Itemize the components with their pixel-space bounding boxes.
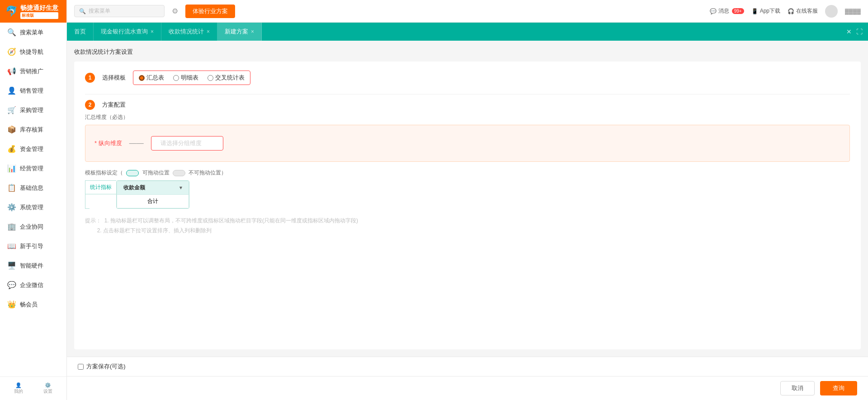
- sidebar-item-6[interactable]: 💰资金管理: [0, 139, 66, 159]
- sidebar-label-11: 新手引导: [20, 242, 43, 250]
- sidebar-icon-5: 📦: [7, 125, 16, 134]
- tab-actions: ✕ ⛶: [841, 23, 868, 41]
- sidebar-item-3[interactable]: 👤销售管理: [0, 81, 66, 100]
- tab-1[interactable]: 现金银行流水查询×: [94, 23, 161, 41]
- sidebar-icon-1: 🧭: [7, 47, 16, 56]
- top-header: 🔍 搜索菜单 ⚙ 体验行业方案 💬 消息 99+ 📱 App下载 🎧 在线客服 …: [67, 0, 868, 23]
- sidebar-logo: 🐬 畅捷通好生意 标准版: [0, 0, 66, 23]
- sidebar-label-2: 营销推广: [20, 67, 43, 75]
- sidebar-item-4[interactable]: 🛒采购管理: [0, 100, 66, 120]
- sidebar-bottom-settings[interactable]: ⚙️设置: [35, 382, 61, 395]
- download-btn[interactable]: 📱 App下载: [751, 7, 780, 15]
- save-label: 方案保存(可选): [86, 362, 126, 371]
- radio-huizong[interactable]: 汇总表: [139, 74, 164, 82]
- save-checkbox-label[interactable]: 方案保存(可选): [78, 362, 126, 371]
- sidebar: 🐬 畅捷通好生意 标准版 🔍搜索菜单🧭快捷导航📢营销推广👤销售管理🛒采购管理📦库…: [0, 0, 67, 400]
- content-area: 收款情况统计方案设置 1 选择模板 汇总表 明细表: [67, 41, 868, 357]
- sidebar-label-9: 系统管理: [20, 203, 43, 212]
- tab-close-2[interactable]: ×: [207, 28, 210, 35]
- message-badge: 99+: [732, 8, 744, 14]
- search-bar[interactable]: 🔍 搜索菜单: [74, 5, 165, 17]
- radio-mingxi-input[interactable]: [173, 75, 179, 81]
- sidebar-item-8[interactable]: 📋基础信息: [0, 178, 66, 198]
- username: ▓▓▓▓: [845, 8, 861, 14]
- tab-2[interactable]: 收款情况统计×: [161, 23, 217, 41]
- sidebar-icon-2: 📢: [7, 67, 16, 75]
- sidebar-label-1: 快捷导航: [20, 48, 43, 56]
- dimension-arrow: ——: [129, 139, 144, 147]
- metrics-cell: 合计: [117, 195, 189, 208]
- settings-icon[interactable]: ⚙: [172, 7, 178, 15]
- sidebar-label-7: 经营管理: [20, 165, 43, 173]
- sidebar-item-10[interactable]: 🏢企业协同: [0, 217, 66, 236]
- logo-text: 畅捷通好生意: [20, 4, 58, 12]
- sidebar-item-1[interactable]: 🧭快捷导航: [0, 42, 66, 61]
- sidebar-item-14[interactable]: 👑畅会员: [0, 295, 66, 314]
- tip-section: 提示： 1. 拖动标题栏可以调整布局，不可跨维度或指标区域拖动栏目字段(只能在同…: [85, 216, 850, 235]
- step1-badge: 1: [85, 73, 95, 83]
- support-btn[interactable]: 🎧 在线客服: [788, 7, 818, 15]
- radio-mingxi[interactable]: 明细表: [173, 74, 198, 82]
- radio-jiaocha-input[interactable]: [208, 75, 213, 81]
- sidebar-item-5[interactable]: 📦库存核算: [0, 120, 66, 139]
- radio-huizong-label: 汇总表: [146, 74, 164, 82]
- sidebar-item-13[interactable]: 💬企业微信: [0, 275, 66, 295]
- close-tab-icon[interactable]: ✕: [846, 28, 852, 35]
- avatar[interactable]: [825, 5, 838, 18]
- header-actions: 💬 消息 99+ 📱 App下载 🎧 在线客服 ▓▓▓▓: [710, 5, 861, 18]
- sidebar-label-14: 畅会员: [20, 301, 38, 309]
- step1-row: 1 选择模板 汇总表 明细表 交叉统计表: [85, 71, 850, 85]
- radio-jiaocha-label: 交叉统计表: [215, 74, 245, 82]
- cancel-button[interactable]: 取消: [780, 381, 815, 395]
- col-chevron[interactable]: ▾: [179, 185, 182, 191]
- tab-3[interactable]: 新建方案×: [217, 23, 262, 41]
- dimension-area: * 纵向维度 —— 请选择分组维度: [85, 125, 850, 162]
- tip2: 2. 点击标题栏下拉可设置排序、插入列和删除列: [85, 226, 850, 236]
- sidebar-item-11[interactable]: 📖新手引导: [0, 236, 66, 256]
- headset-icon: 🎧: [788, 8, 794, 14]
- logo-icon: 🐬: [5, 5, 18, 17]
- sidebar-item-2[interactable]: 📢营销推广: [0, 61, 66, 81]
- save-checkbox[interactable]: [78, 364, 84, 370]
- sidebar-label-6: 资金管理: [20, 145, 43, 153]
- tab-0[interactable]: 首页: [67, 23, 94, 41]
- metrics-table-area: 统计指标 收款金额 ▾: [85, 180, 850, 209]
- metrics-category-label: 统计指标: [85, 180, 116, 194]
- sidebar-item-0[interactable]: 🔍搜索菜单: [0, 23, 66, 42]
- tab-close-1[interactable]: ×: [151, 28, 154, 35]
- tip1: 提示： 1. 拖动标题栏可以调整布局，不可跨维度或指标区域拖动栏目字段(只能在同…: [85, 216, 850, 226]
- sidebar-label-13: 企业微信: [20, 281, 43, 289]
- messages-btn[interactable]: 💬 消息 99+: [710, 7, 744, 15]
- sidebar-icon-4: 🛒: [7, 106, 16, 114]
- vertical-label: * 纵向维度: [94, 139, 122, 147]
- sidebar-icon-3: 👤: [7, 86, 16, 95]
- maximize-icon[interactable]: ⛶: [856, 28, 863, 35]
- radio-huizong-input[interactable]: [139, 75, 145, 81]
- sidebar-icon-14: 👑: [7, 300, 16, 309]
- radio-jiaocha[interactable]: 交叉统计表: [208, 74, 245, 82]
- edition-badge: 标准版: [20, 12, 58, 19]
- tab-close-3[interactable]: ×: [251, 28, 254, 35]
- save-row: 方案保存(可选): [67, 357, 868, 376]
- main-area: 🔍 搜索菜单 ⚙ 体验行业方案 💬 消息 99+ 📱 App下载 🎧 在线客服 …: [67, 0, 868, 400]
- sidebar-label-0: 搜索菜单: [20, 28, 43, 37]
- sidebar-icon-12: 🖥️: [7, 261, 16, 270]
- sidebar-icon-8: 📋: [7, 184, 16, 192]
- download-icon: 📱: [751, 8, 758, 14]
- sidebar-label-4: 采购管理: [20, 106, 43, 114]
- sidebar-item-9[interactable]: ⚙️系统管理: [0, 198, 66, 217]
- sidebar-item-7[interactable]: 📊经营管理: [0, 159, 66, 178]
- sidebar-label-3: 销售管理: [20, 87, 43, 95]
- sidebar-item-12[interactable]: 🖥️智能硬件: [0, 256, 66, 275]
- sidebar-bottom-user[interactable]: 👤我的: [5, 382, 32, 395]
- query-button[interactable]: 查询: [820, 381, 857, 395]
- col-label: 收款金额: [123, 184, 145, 192]
- radio-mingxi-label: 明细表: [181, 74, 198, 82]
- metrics-row: 合计: [117, 195, 189, 208]
- dimension-select[interactable]: 请选择分组维度: [151, 136, 223, 151]
- trial-btn[interactable]: 体验行业方案: [185, 5, 235, 18]
- dimension-title: 汇总维度（必选）: [85, 113, 850, 121]
- metrics-table: 收款金额 ▾ 合计: [117, 181, 189, 208]
- tab-label-3: 新建方案: [225, 28, 248, 36]
- metrics-col-header: 收款金额 ▾: [117, 181, 189, 195]
